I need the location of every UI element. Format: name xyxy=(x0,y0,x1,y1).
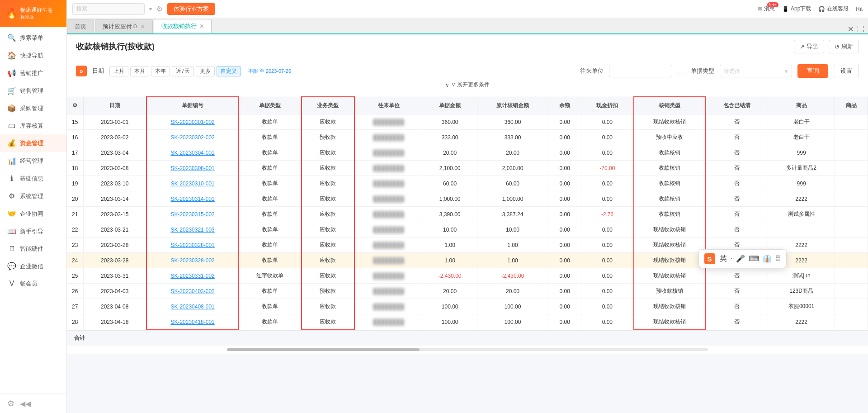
refresh-button[interactable]: ↺ 刷新 xyxy=(829,40,859,53)
cell-cum-amount: 333.00 xyxy=(477,130,548,145)
cell-sk-no: SK-20230304-001 xyxy=(146,145,239,161)
sk-link[interactable]: SK-20230408-001 xyxy=(170,304,214,310)
cell-goods1: 测试多属性 xyxy=(768,207,835,222)
cell-amount: 1,000.00 xyxy=(423,191,477,207)
cell-unit: ████████ xyxy=(354,176,423,191)
table-row: 28 2023-04-18 SK-20230418-001 收款单 应收款 ██… xyxy=(67,314,868,330)
date-btn-7days[interactable]: 近7天 xyxy=(172,66,194,76)
cell-cum-amount: 60.00 xyxy=(477,176,548,191)
sk-link[interactable]: SK-20230328-001 xyxy=(170,242,214,248)
sk-link[interactable]: SK-20230418-001 xyxy=(170,319,214,325)
search-menu-icon: 🔍 xyxy=(7,33,16,42)
sk-link[interactable]: SK-20230321-003 xyxy=(170,227,214,233)
sidebar-item-funds[interactable]: 💰 资金管理 xyxy=(0,134,66,152)
operations-icon: 📊 xyxy=(7,157,16,165)
sk-link[interactable]: SK-20230331-002 xyxy=(170,273,214,279)
cell-amount: 3,390.00 xyxy=(423,207,477,222)
funds-icon: 💰 xyxy=(7,139,16,147)
cell-date: 2023-03-04 xyxy=(83,145,146,161)
scrollbar-area[interactable] xyxy=(67,346,868,354)
cell-goods2 xyxy=(835,268,868,284)
sk-link[interactable]: SK-20230310-001 xyxy=(170,180,214,187)
cell-unit: ████████ xyxy=(354,222,423,237)
cell-cash-discount: 0.00 xyxy=(581,176,634,191)
tab-receivable-close[interactable]: ✕ xyxy=(141,24,145,30)
date-btn-this-year[interactable]: 本年 xyxy=(151,66,170,76)
ime-grid-icon[interactable]: ⠿ xyxy=(775,254,781,264)
ime-english-icon[interactable]: 英 xyxy=(720,254,727,264)
cell-amount: 333.00 xyxy=(423,130,477,145)
header-actions: ✉ 消息 99+ 📱 App下载 🎧 在线客服 Rit xyxy=(758,5,863,13)
cell-balance: 0.00 xyxy=(548,161,581,176)
online-service-button[interactable]: 🎧 在线客服 xyxy=(818,5,849,13)
sidebar-item-sales[interactable]: 🛒 销售管理 xyxy=(0,82,66,100)
sk-link[interactable]: SK-20230315-002 xyxy=(170,211,214,218)
cell-goods2 xyxy=(835,130,868,145)
sidebar-item-operations[interactable]: 📊 经营管理 xyxy=(0,152,66,170)
sidebar-item-inventory[interactable]: 🗃 库存核算 xyxy=(0,117,66,134)
ime-keyboard-icon[interactable]: ⌨ xyxy=(749,254,759,264)
date-range-text: 不限 至 2023-07-26 xyxy=(248,68,291,75)
cell-include-settled: 否 xyxy=(706,299,768,314)
ime-mic-icon[interactable]: 🎤 xyxy=(736,254,745,264)
user-info[interactable]: Rit xyxy=(856,6,863,12)
cell-goods1: 测试jun xyxy=(768,268,835,284)
sidebar-item-hardware[interactable]: 🖥 智能硬件 xyxy=(0,240,66,257)
cell-cash-discount: 0.00 xyxy=(581,191,634,207)
filter-separator: ... xyxy=(678,68,685,75)
solution-button[interactable]: 体验行业方案 xyxy=(167,3,215,15)
sk-link[interactable]: SK-20230328-002 xyxy=(170,257,214,264)
header-dropdown-icon[interactable]: ▾ xyxy=(149,6,152,12)
sk-link[interactable]: SK-20230304-001 xyxy=(170,150,214,156)
date-btn-this-month[interactable]: 本月 xyxy=(130,66,149,76)
tab-maximize-icon[interactable]: ⛶ xyxy=(857,25,864,33)
tab-home[interactable]: 首页 xyxy=(67,19,94,33)
sidebar-item-wechat[interactable]: 💬 企业微信 xyxy=(0,257,66,275)
cell-no: 24 xyxy=(67,253,83,268)
collapse-icon[interactable]: ◀◀ xyxy=(20,399,31,408)
sk-link[interactable]: SK-20230308-001 xyxy=(170,165,214,171)
header-gear-icon[interactable]: ⚙ xyxy=(156,5,163,13)
sk-link[interactable]: SK-20230302-002 xyxy=(170,134,214,141)
sidebar-item-guide[interactable]: 📖 新手引导 xyxy=(0,223,66,240)
date-btn-last-month[interactable]: 上月 xyxy=(109,66,128,76)
tab-collection[interactable]: 收款核销执行 ✕ xyxy=(154,19,212,33)
query-button[interactable]: 查询 xyxy=(797,64,828,78)
message-button[interactable]: ✉ 消息 99+ xyxy=(758,5,775,13)
cell-biz-type: 预收款 xyxy=(302,284,354,299)
sidebar-item-basic[interactable]: ℹ 基础信息 xyxy=(0,170,66,187)
sk-link[interactable]: SK-20230314-001 xyxy=(170,196,214,202)
settings-button[interactable]: 设置 xyxy=(834,64,859,78)
filter-toggle-button[interactable]: » xyxy=(76,66,87,76)
sidebar-item-purchase[interactable]: 📦 采购管理 xyxy=(0,100,66,117)
cell-cash-discount: 0.00 xyxy=(581,299,634,314)
unit-filter-input[interactable] xyxy=(609,65,672,77)
sidebar-item-shortcut[interactable]: 🏠 快捷导航 xyxy=(0,47,66,64)
tab-collection-close[interactable]: ✕ xyxy=(199,23,204,29)
type-filter-select[interactable]: 请选择 ▾ xyxy=(720,65,792,77)
cell-unit: ████████ xyxy=(354,161,423,176)
sidebar-item-system[interactable]: ⚙ 系统管理 xyxy=(0,187,66,205)
hardware-icon: 🖥 xyxy=(7,245,16,253)
th-gear[interactable]: ⚙ xyxy=(67,97,83,114)
ime-shirt-icon[interactable]: 👔 xyxy=(763,254,772,264)
date-btn-more[interactable]: 更多 xyxy=(196,66,215,76)
sk-link[interactable]: SK-20230301-002 xyxy=(170,119,214,125)
cell-balance: 0.00 xyxy=(548,222,581,237)
tab-receivable[interactable]: 预计应应付单 ✕ xyxy=(95,19,153,33)
sidebar-item-enterprise[interactable]: 🤝 企业协同 xyxy=(0,205,66,223)
sidebar-item-member[interactable]: V 畅会员 xyxy=(0,275,66,292)
cell-amount: 360.00 xyxy=(423,114,477,130)
date-btn-custom[interactable]: 自定义 xyxy=(217,66,241,76)
export-button[interactable]: ↗ 导出 xyxy=(794,40,824,53)
sidebar-item-marketing[interactable]: 📢 营销推广 xyxy=(0,64,66,82)
settings-icon[interactable]: ⚙ xyxy=(7,399,14,408)
sk-link[interactable]: SK-20230403-002 xyxy=(170,288,214,294)
expand-more-button[interactable]: ∨ ∨ 展开更多条件 xyxy=(76,81,859,89)
tab-close-icon[interactable]: ✕ xyxy=(848,25,854,33)
cell-goods2 xyxy=(835,161,868,176)
cell-include-settled: 否 xyxy=(706,207,768,222)
sales-icon: 🛒 xyxy=(7,86,16,95)
app-download-button[interactable]: 📱 App下载 xyxy=(782,5,811,13)
sidebar-item-search[interactable]: 🔍 搜索菜单 xyxy=(0,29,66,47)
